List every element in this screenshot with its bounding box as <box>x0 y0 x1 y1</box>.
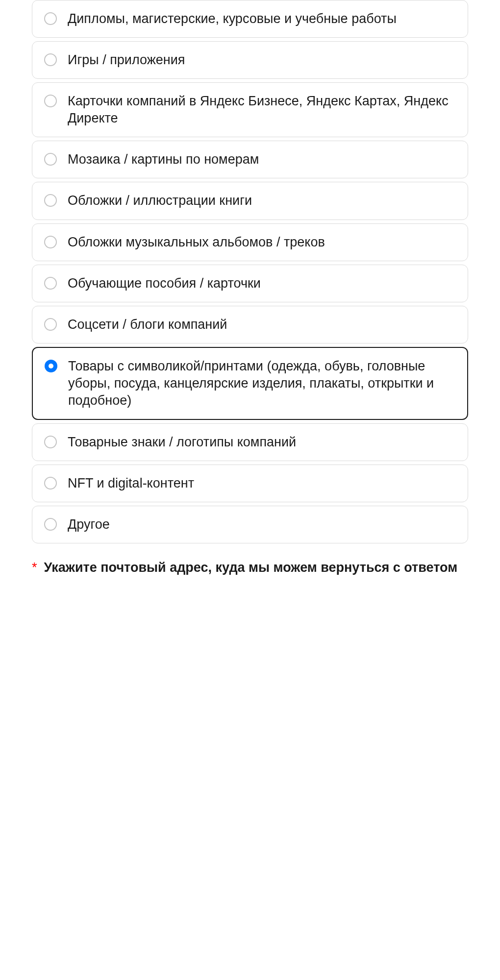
radio-label: Дипломы, магистерские, курсовые и учебны… <box>68 10 397 27</box>
email-question-label: Укажите почтовый адрес, куда мы можем ве… <box>44 559 458 576</box>
radio-option-nft-digital[interactable]: NFT и digital-контент <box>32 465 468 502</box>
radio-circle-icon <box>44 277 57 290</box>
radio-circle-icon <box>44 436 57 448</box>
radio-circle-icon <box>44 477 57 490</box>
required-asterisk: * <box>32 559 37 576</box>
radio-circle-icon <box>44 194 57 207</box>
radio-label: Обложки / иллюстрации книги <box>68 192 252 209</box>
radio-label: Соцсети / блоги компаний <box>68 316 227 333</box>
radio-circle-icon <box>44 95 57 107</box>
radio-label: Игры / приложения <box>68 51 185 69</box>
email-question-block: * Укажите почтовый адрес, куда мы можем … <box>32 559 468 576</box>
radio-option-company-cards[interactable]: Карточки компаний в Яндекс Бизнесе, Янде… <box>32 82 468 137</box>
radio-label: Обучающие пособия / карточки <box>68 275 261 292</box>
radio-label: Мозаика / картины по номерам <box>68 151 259 168</box>
radio-circle-icon <box>44 12 57 25</box>
radio-option-mosaic[interactable]: Мозаика / картины по номерам <box>32 141 468 178</box>
radio-label: Товарные знаки / логотипы компаний <box>68 434 296 451</box>
radio-option-merchandise[interactable]: Товары с символикой/принтами (одежда, об… <box>32 347 468 420</box>
radio-option-games-apps[interactable]: Игры / приложения <box>32 41 468 79</box>
radio-label: Другое <box>68 516 110 533</box>
radio-option-diplomas[interactable]: Дипломы, магистерские, курсовые и учебны… <box>32 0 468 38</box>
radio-circle-icon <box>44 318 57 331</box>
radio-option-social-blogs[interactable]: Соцсети / блоги компаний <box>32 306 468 343</box>
radio-circle-icon <box>45 360 57 372</box>
radio-label: Обложки музыкальных альбомов / треков <box>68 234 325 251</box>
radio-option-trademarks[interactable]: Товарные знаки / логотипы компаний <box>32 423 468 461</box>
radio-circle-icon <box>44 153 57 166</box>
radio-group: Дипломы, магистерские, курсовые и учебны… <box>32 0 468 543</box>
radio-circle-icon <box>44 236 57 248</box>
radio-circle-icon <box>44 518 57 531</box>
radio-option-music-covers[interactable]: Обложки музыкальных альбомов / треков <box>32 223 468 261</box>
radio-label: Карточки компаний в Яндекс Бизнесе, Янде… <box>68 93 456 127</box>
radio-circle-icon <box>44 53 57 66</box>
radio-label: NFT и digital-контент <box>68 475 194 492</box>
radio-option-book-covers[interactable]: Обложки / иллюстрации книги <box>32 182 468 220</box>
radio-option-other[interactable]: Другое <box>32 506 468 543</box>
radio-label: Товары с символикой/принтами (одежда, об… <box>68 358 455 409</box>
radio-option-educational[interactable]: Обучающие пособия / карточки <box>32 265 468 302</box>
